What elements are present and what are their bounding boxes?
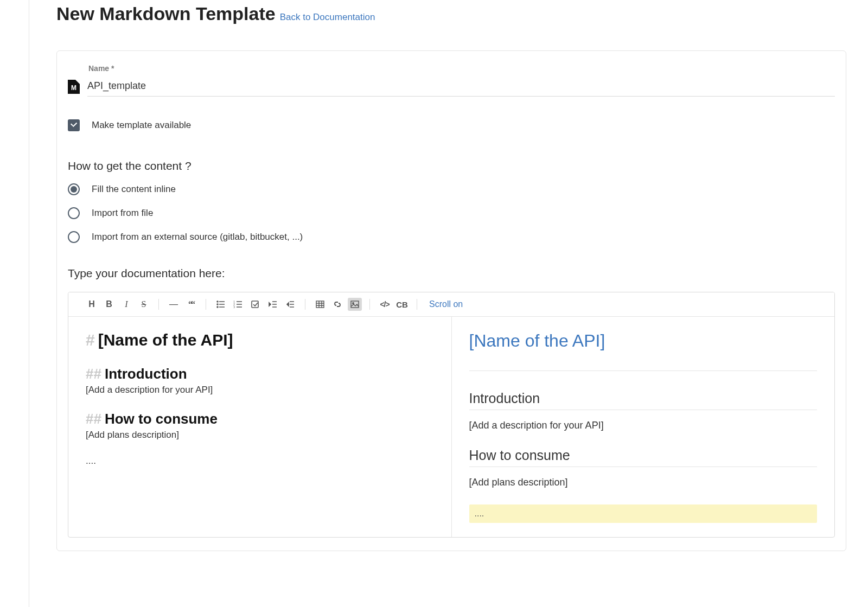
preview-p-intro: [Add a description for your API] [469, 420, 818, 431]
md-hash: ## [86, 411, 101, 427]
svg-rect-24 [351, 301, 359, 308]
markdown-editor: H B I S — ““ 123 [68, 292, 835, 538]
make-available-checkbox[interactable] [68, 119, 80, 131]
svg-text:3: 3 [233, 305, 235, 309]
preview-p-consume: [Add plans description] [469, 477, 818, 488]
scroll-toggle[interactable]: Scroll on [429, 299, 463, 309]
type-here-label: Type your documentation here: [68, 267, 835, 280]
template-form-card: Name * Make template available How to ge… [56, 50, 846, 551]
radio-external[interactable]: Import from an external source (gitlab, … [68, 231, 835, 243]
radio-inline-input[interactable] [68, 183, 80, 195]
svg-point-0 [217, 301, 218, 302]
left-rail [0, 0, 29, 573]
md-hash: ## [86, 366, 101, 382]
make-available-label: Make template available [92, 120, 191, 131]
md-p-consume: [Add plans description] [86, 430, 434, 440]
md-h1: #[Name of the API] [86, 331, 434, 349]
svg-point-25 [353, 303, 354, 304]
toolbar-divider [369, 299, 370, 310]
markdown-source-pane[interactable]: #[Name of the API] ##Introduction [Add a… [68, 317, 452, 537]
content-source-question: How to get the content ? [68, 159, 835, 172]
bold-button[interactable]: B [102, 298, 116, 311]
table-icon[interactable] [313, 298, 327, 311]
heading-button[interactable]: H [85, 298, 99, 311]
name-field-label: Name * [68, 64, 835, 73]
toolbar-divider [158, 299, 159, 310]
ulist-icon[interactable] [214, 298, 228, 311]
toolbar-divider [305, 299, 305, 310]
svg-rect-19 [316, 301, 324, 308]
italic-button[interactable]: I [119, 298, 133, 311]
radio-external-input[interactable] [68, 231, 80, 243]
md-p-intro: [Add a description for your API] [86, 385, 434, 395]
md-h1-text: [Name of the API] [98, 331, 233, 349]
hr-button[interactable]: — [167, 298, 181, 311]
editor-toolbar: H B I S — ““ 123 [68, 292, 834, 317]
md-h2-intro: ##Introduction [86, 366, 434, 382]
markdown-preview-pane: [Name of the API] Introduction [Add a de… [452, 317, 835, 537]
name-input[interactable] [87, 77, 835, 97]
link-icon[interactable] [330, 298, 344, 311]
preview-h2-consume: How to consume [469, 448, 818, 467]
preview-dots: .... [469, 504, 818, 523]
olist-icon[interactable]: 123 [231, 298, 245, 311]
radio-file[interactable]: Import from file [68, 207, 835, 219]
radio-file-input[interactable] [68, 207, 80, 219]
outdent-icon[interactable] [283, 298, 297, 311]
back-to-docs-link[interactable]: Back to Documentation [280, 12, 375, 23]
code-block-button[interactable]: CB [395, 298, 409, 311]
indent-icon[interactable] [266, 298, 280, 311]
md-dots: .... [86, 456, 434, 467]
toolbar-divider [206, 299, 206, 310]
md-hash: # [86, 331, 95, 349]
checklist-icon[interactable] [248, 298, 263, 311]
markdown-file-icon [68, 80, 80, 94]
md-h2-consume-text: How to consume [105, 411, 218, 427]
radio-inline-label: Fill the content inline [92, 184, 176, 195]
radio-inline[interactable]: Fill the content inline [68, 183, 835, 195]
radio-external-label: Import from an external source (gitlab, … [92, 232, 303, 242]
svg-rect-12 [252, 301, 258, 308]
quote-button[interactable]: ““ [184, 298, 198, 311]
toolbar-divider [417, 299, 417, 310]
preview-h1: [Name of the API] [469, 331, 818, 351]
strike-button[interactable]: S [137, 298, 151, 311]
svg-point-4 [217, 306, 218, 308]
code-inline-button[interactable]: </> [378, 298, 392, 311]
md-h2-intro-text: Introduction [105, 366, 187, 382]
image-icon[interactable] [348, 298, 362, 311]
preview-hr [469, 370, 818, 371]
md-h2-consume: ##How to consume [86, 411, 434, 427]
preview-h2-intro: Introduction [469, 391, 818, 410]
radio-file-label: Import from file [92, 208, 153, 219]
page-title: New Markdown Template [56, 3, 276, 24]
svg-point-2 [217, 304, 218, 305]
